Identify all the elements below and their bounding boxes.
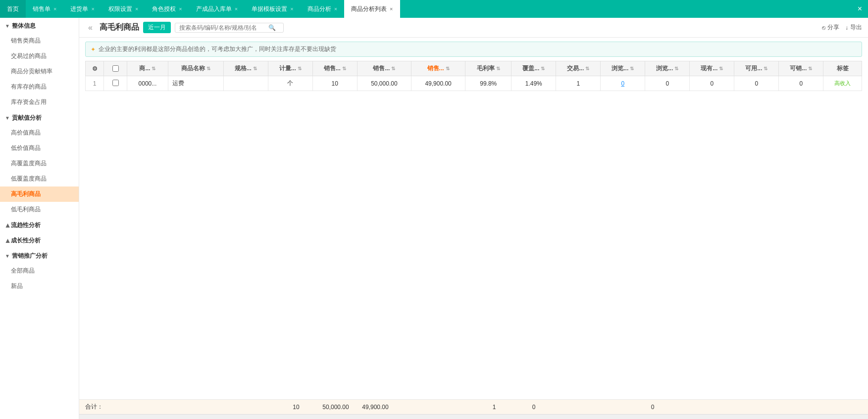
col-current-stock[interactable]: 现有...⇅: [690, 61, 734, 76]
sidebar-group-growth[interactable]: ▶ 成长性分析: [0, 233, 79, 248]
sidebar-item-stock-capital[interactable]: 库存资金占用: [0, 94, 79, 110]
footer-transaction: 1: [474, 404, 514, 411]
close-role-tab[interactable]: ×: [179, 6, 182, 12]
footer-sales-qty: 10: [276, 404, 316, 411]
total-label: 合计：: [85, 403, 103, 411]
sidebar-item-sales-goods[interactable]: 销售类商品: [0, 33, 79, 48]
close-analysis-tab[interactable]: ×: [334, 6, 337, 12]
export-btn[interactable]: ↓ 导出: [845, 23, 862, 32]
col-spec[interactable]: 规格...⇅: [223, 61, 268, 76]
footer-sales-amount: 50,000.00: [316, 404, 356, 411]
select-all-checkbox[interactable]: [112, 65, 119, 72]
nav-item-home[interactable]: 首页: [0, 0, 26, 18]
top-nav: 首页 销售单 × 进货单 × 权限设置 × 角色授权 × 产成品入库单 × 单据…: [0, 0, 868, 18]
nav-item-purchase[interactable]: 进货单 ×: [63, 0, 101, 18]
info-icon: ✦: [91, 46, 96, 53]
cell-code: 0000...: [127, 76, 168, 91]
sidebar-group-trend[interactable]: ▶ 流趋性分析: [0, 217, 79, 233]
sidebar-item-new-goods[interactable]: 新品: [0, 279, 79, 294]
search-input[interactable]: [179, 24, 268, 31]
nav-item-role[interactable]: 角色授权 ×: [145, 0, 189, 18]
footer-browse1: 0: [514, 404, 554, 411]
table-header-row: ⚙ 商...⇅ 商品名称⇅ 规格...⇅ 计量...⇅ 销售...⇅ 销售...…: [86, 61, 862, 76]
col-coverage[interactable]: 覆盖...⇅: [511, 61, 556, 76]
cell-sales-profit: 49,900.00: [411, 76, 465, 91]
cell-checkbox[interactable]: [104, 76, 127, 91]
arrow-overall: ▼: [5, 23, 10, 29]
cell-sales-qty: 10: [312, 76, 357, 91]
close-all-tabs[interactable]: ×: [852, 4, 868, 13]
sidebar-item-all-goods[interactable]: 全部商品: [0, 263, 79, 279]
sidebar-item-low-margin[interactable]: 低毛利商品: [0, 202, 79, 217]
close-permission-tab[interactable]: ×: [135, 6, 138, 12]
col-transaction[interactable]: 交易...⇅: [556, 61, 601, 76]
col-sales-amount[interactable]: 销售...⇅: [357, 61, 411, 76]
cell-available: 0: [734, 76, 779, 91]
close-inbound-tab[interactable]: ×: [235, 6, 238, 12]
nav-item-permission[interactable]: 权限设置 ×: [102, 0, 145, 18]
col-unit[interactable]: 计量...⇅: [268, 61, 312, 76]
main-layout: ▼ 整体信息 销售类商品 交易过的商品 商品分贡献销率 有库存的商品 库存资金占…: [0, 18, 868, 419]
nav-item-sales[interactable]: 销售单 ×: [26, 0, 63, 18]
sidebar-group-marketing[interactable]: ▼ 营销推广分析: [0, 248, 79, 263]
nav-item-analysis[interactable]: 商品分析 ×: [301, 0, 344, 18]
sidebar-collapse-btn[interactable]: «: [85, 22, 96, 33]
sidebar-item-high-value[interactable]: 高价值商品: [0, 125, 79, 140]
close-analysis-list-tab[interactable]: ×: [390, 6, 393, 12]
arrow-trend: ▶: [4, 224, 10, 228]
sidebar-item-high-margin[interactable]: 高毛利商品: [0, 186, 79, 202]
sidebar: ▼ 整体信息 销售类商品 交易过的商品 商品分贡献销率 有库存的商品 库存资金占…: [0, 18, 79, 419]
col-sales-qty[interactable]: 销售...⇅: [312, 61, 357, 76]
col-available[interactable]: 可用...⇅: [734, 61, 779, 76]
sidebar-item-goods-contribution[interactable]: 商品分贡献销率: [0, 64, 79, 79]
sidebar-item-high-coverage[interactable]: 高覆盖度商品: [0, 156, 79, 171]
filter-month-btn[interactable]: 近一月: [143, 22, 171, 33]
cell-saleable: 0: [779, 76, 823, 91]
col-code[interactable]: 商...⇅: [127, 61, 168, 76]
table-wrapper[interactable]: ⚙ 商...⇅ 商品名称⇅ 规格...⇅ 计量...⇅ 销售...⇅ 销售...…: [79, 61, 868, 399]
search-box: 🔍: [175, 23, 284, 33]
cell-coverage: 1.49%: [511, 76, 556, 91]
col-tag[interactable]: 标签: [823, 61, 862, 76]
col-settings[interactable]: ⚙: [86, 61, 104, 76]
footer-available: 0: [633, 404, 672, 411]
bottom-scrollbar[interactable]: [79, 414, 868, 419]
share-btn[interactable]: ⎋ 分享: [822, 23, 839, 32]
sidebar-item-low-coverage[interactable]: 低覆盖度商品: [0, 171, 79, 186]
data-table: ⚙ 商...⇅ 商品名称⇅ 规格...⇅ 计量...⇅ 销售...⇅ 销售...…: [85, 61, 862, 91]
cell-tag: 高收入: [823, 76, 862, 91]
sidebar-group-contribution[interactable]: ▼ 贡献值分析: [0, 110, 79, 125]
close-template-tab[interactable]: ×: [290, 6, 293, 12]
content-area: « 高毛利商品 近一月 🔍 ⎋ 分享 ↓ 导出 ✦ 企业的主要的利润都是这部: [79, 18, 868, 419]
cell-browse1[interactable]: 0: [601, 76, 645, 91]
nav-item-template[interactable]: 单据模板设置 ×: [245, 0, 300, 18]
page-title: 高毛利商品: [100, 22, 139, 33]
sidebar-group-overall[interactable]: ▼ 整体信息: [0, 18, 79, 33]
col-browse2[interactable]: 浏览...⇅: [645, 61, 690, 76]
header-actions: ⎋ 分享 ↓ 导出: [822, 23, 862, 32]
col-sales-profit[interactable]: 销售...⇅: [411, 61, 465, 76]
col-gross-margin[interactable]: 毛利率⇅: [465, 61, 511, 76]
arrow-marketing: ▼: [5, 253, 10, 259]
cell-num: 1: [86, 76, 104, 91]
arrow-contribution: ▼: [5, 115, 10, 121]
cell-current-stock: 0: [690, 76, 734, 91]
sidebar-item-traded-goods[interactable]: 交易过的商品: [0, 48, 79, 64]
nav-item-inbound[interactable]: 产成品入库单 ×: [189, 0, 245, 18]
col-browse1[interactable]: 浏览...⇅: [601, 61, 645, 76]
close-sales-tab[interactable]: ×: [53, 6, 56, 12]
col-saleable[interactable]: 可销...⇅: [779, 61, 823, 76]
sidebar-item-low-value[interactable]: 低价值商品: [0, 140, 79, 156]
cell-unit: 个: [268, 76, 312, 91]
row-checkbox[interactable]: [112, 80, 119, 86]
content-header: « 高毛利商品 近一月 🔍 ⎋ 分享 ↓ 导出: [79, 18, 868, 38]
col-checkbox[interactable]: [104, 61, 127, 76]
arrow-growth: ▶: [4, 239, 10, 243]
table-row: 1 0000... 运费 个 10 50,000.00 49,900.00 99…: [86, 76, 862, 91]
close-purchase-tab[interactable]: ×: [91, 6, 94, 12]
info-bar: ✦ 企业的主要的利润都是这部分商品创造的，可考虑加大推广，同时关注库存是不要出现…: [85, 42, 862, 57]
sidebar-item-stock-goods[interactable]: 有库存的商品: [0, 79, 79, 94]
nav-item-analysis-list[interactable]: 商品分析列表 ×: [344, 0, 400, 18]
search-icon[interactable]: 🔍: [268, 24, 276, 31]
col-name[interactable]: 商品名称⇅: [168, 61, 224, 76]
